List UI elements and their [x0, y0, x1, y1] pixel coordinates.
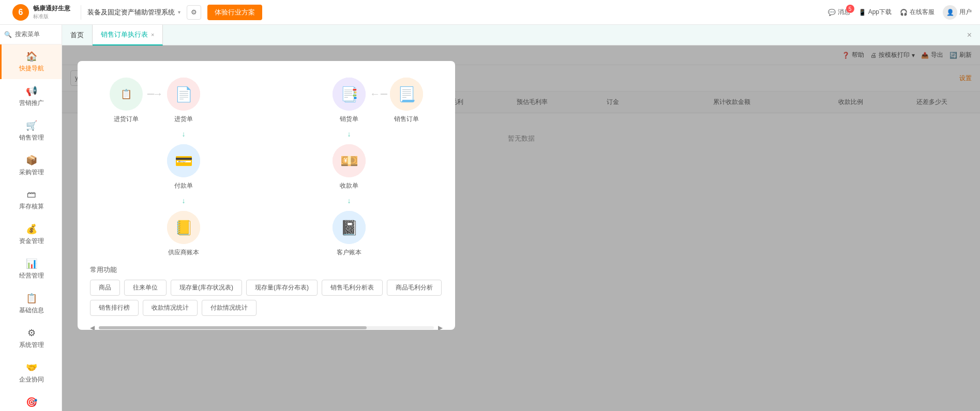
scroll-thumb[interactable] [99, 326, 367, 329]
down-arrow-sales-bill: ↓ [347, 128, 351, 140]
tab-home[interactable]: 首页 [62, 25, 93, 45]
svg-text:📓: 📓 [340, 219, 358, 236]
guide-icon: 🎯 [26, 397, 37, 408]
logo: 6 畅康通好生意 标准版 [8, 4, 74, 21]
sidebar: 🔍 搜索菜单 🏠 快捷导航 📢 营销推广 🛒 销售管理 📦 采购管理 🗃 [0, 25, 62, 411]
sidebar-item-quick[interactable]: 🏠 快捷导航 [0, 44, 62, 79]
overlay-background[interactable]: 📋 进货订单 - - -→ [62, 45, 980, 411]
flow-col-sales-order: 📃 销售订单 [386, 73, 427, 128]
tab-close-button[interactable]: × [151, 32, 154, 38]
flow-node-supplier-book[interactable]: 📒 供应商账本 [163, 207, 204, 261]
flow-node-receipt[interactable]: 💴 收款单 [328, 140, 370, 194]
purchase-icon: 📦 [26, 155, 37, 166]
svg-text:📑: 📑 [340, 86, 358, 103]
sidebar-item-collab[interactable]: 🤝 企业协同 [0, 356, 62, 390]
sidebar-item-system[interactable]: ⚙ 系统管理 [0, 321, 62, 356]
cf-btn-5[interactable]: 商品毛利分析 [387, 280, 442, 296]
arrow-right-1: - - -→ [147, 73, 163, 100]
user-avatar: 👤 [943, 5, 957, 20]
operation-icon: 📊 [26, 258, 37, 269]
cf-btn-6[interactable]: 销售排行榜 [90, 300, 139, 316]
scroll-left-button[interactable]: ◀ [90, 324, 95, 330]
purchase-bill-icon: 📄 [167, 78, 200, 111]
search-menu-button[interactable]: 🔍 搜索菜单 [0, 25, 62, 44]
sidebar-item-inventory[interactable]: 🗃 库存核算 [0, 183, 62, 217]
tab-content: ❓ 帮助 🖨 按模板打印 ▾ 📤 导出 🔄 刷新 [62, 45, 980, 411]
sales-bill-icon: 📑 [333, 78, 366, 111]
tab-sales-order[interactable]: 销售订单执行表 × [93, 25, 163, 45]
cf-btn-2[interactable]: 现存量(库存状况表) [171, 280, 242, 296]
customer-book-icon: 📓 [333, 211, 366, 244]
down-arrow-payment: ↓ [182, 194, 186, 207]
sales-icon: 🛒 [26, 120, 37, 131]
flow-node-customer-book[interactable]: 📓 客户账本 [328, 207, 370, 261]
system-dropdown-arrow[interactable]: ▾ [178, 9, 180, 15]
message-icon: 💬 [828, 9, 836, 16]
supplier-book-icon: 📒 [167, 211, 200, 244]
svg-text:💴: 💴 [340, 153, 358, 170]
try-industry-button[interactable]: 体验行业方案 [207, 5, 262, 20]
purchase-order-icon: 📋 [110, 78, 143, 111]
scroll-right-button[interactable]: ▶ [438, 324, 443, 330]
service-icon: 🎧 [900, 9, 908, 16]
flow-col-sales-bill: 📑 销货单 ↓ 💴 [328, 73, 370, 261]
flow-col-purchase-order: 📋 进货订单 [105, 73, 147, 128]
inventory-icon: 🗃 [27, 189, 36, 200]
flow-node-purchase-order[interactable]: 📋 进货订单 [105, 73, 147, 128]
sales-order-icon: 📃 [390, 78, 423, 111]
cf-btn-1[interactable]: 往来单位 [124, 280, 167, 296]
finance-icon: 💰 [26, 223, 37, 235]
guide-panel: 📋 进货订单 - - -→ [78, 61, 455, 330]
sidebar-item-sales[interactable]: 🛒 销售管理 [0, 114, 62, 148]
arrow-left-1: ←- - - [370, 73, 386, 100]
quick-nav-icon: 🏠 [26, 51, 37, 62]
flow-col-purchase-bill: 📄 进货单 ↓ 💳 [163, 73, 204, 261]
guide-scrollbar: ◀ ▶ [90, 324, 443, 330]
message-button[interactable]: 💬 消息 5 [828, 8, 850, 17]
system-title: 装备及固定资产辅助管理系统 ▾ [87, 8, 180, 17]
down-arrow-purchase: ↓ [182, 128, 186, 140]
svg-text:📋: 📋 [120, 88, 132, 100]
collab-icon: 🤝 [26, 362, 37, 373]
logo-text: 畅康通好生意 标准版 [33, 4, 70, 20]
flow-node-payment[interactable]: 💳 付款单 [163, 140, 204, 194]
system-icon: ⚙ [27, 327, 36, 339]
payment-icon: 💳 [167, 144, 200, 177]
sidebar-item-marketing[interactable]: 📢 营销推广 [0, 79, 62, 114]
scroll-track [99, 326, 434, 329]
svg-text:📄: 📄 [175, 86, 193, 103]
common-functions: 常用功能 商品 往来单位 现存量(库存状况表) 现存量(库存分布表) 销售毛利分… [90, 265, 443, 316]
message-badge: 5 [846, 5, 854, 13]
svg-text:💳: 💳 [175, 153, 193, 170]
tab-bar: 首页 销售订单执行表 × × [62, 25, 980, 45]
flow-node-purchase-bill[interactable]: 📄 进货单 [163, 73, 204, 128]
common-function-buttons-row2: 销售排行榜 收款情况统计 付款情况统计 [90, 300, 443, 316]
flow-node-sales-bill[interactable]: 📑 销货单 [328, 73, 370, 128]
cf-btn-8[interactable]: 付款情况统计 [202, 300, 257, 316]
sidebar-item-purchase[interactable]: 📦 采购管理 [0, 148, 62, 183]
marketing-icon: 📢 [26, 85, 37, 97]
cf-btn-7[interactable]: 收款情况统计 [143, 300, 198, 316]
search-icon: 🔍 [4, 31, 12, 38]
settings-icon[interactable]: ⚙ [187, 5, 201, 20]
sidebar-item-operation[interactable]: 📊 经营管理 [0, 252, 62, 286]
common-function-buttons: 商品 往来单位 现存量(库存状况表) 现存量(库存分布表) 销售毛利分析表 商品… [90, 280, 443, 296]
receipt-icon: 💴 [333, 144, 366, 177]
app-icon: 📱 [858, 9, 866, 16]
app-download-button[interactable]: 📱 App下载 [858, 8, 892, 17]
flow-node-sales-order[interactable]: 📃 销售订单 [386, 73, 427, 128]
svg-text:📃: 📃 [398, 86, 416, 103]
svg-text:📒: 📒 [175, 219, 193, 236]
flow-chart: 📋 进货订单 - - -→ [90, 73, 443, 261]
cf-btn-3[interactable]: 现存量(库存分布表) [246, 280, 318, 296]
online-service-button[interactable]: 🎧 在线客服 [900, 8, 934, 17]
down-arrow-receipt: ↓ [347, 194, 351, 207]
cf-btn-0[interactable]: 商品 [90, 280, 120, 296]
user-menu[interactable]: 👤 用户 [943, 5, 972, 20]
sidebar-item-basic[interactable]: 📋 基础信息 [0, 286, 62, 321]
sidebar-item-guide[interactable]: 🎯 新手引导 [0, 390, 62, 411]
sidebar-item-finance[interactable]: 💰 资金管理 [0, 217, 62, 252]
tab-close-all-button[interactable]: × [967, 25, 972, 45]
cf-btn-4[interactable]: 销售毛利分析表 [322, 280, 383, 296]
basic-icon: 📋 [26, 293, 37, 304]
